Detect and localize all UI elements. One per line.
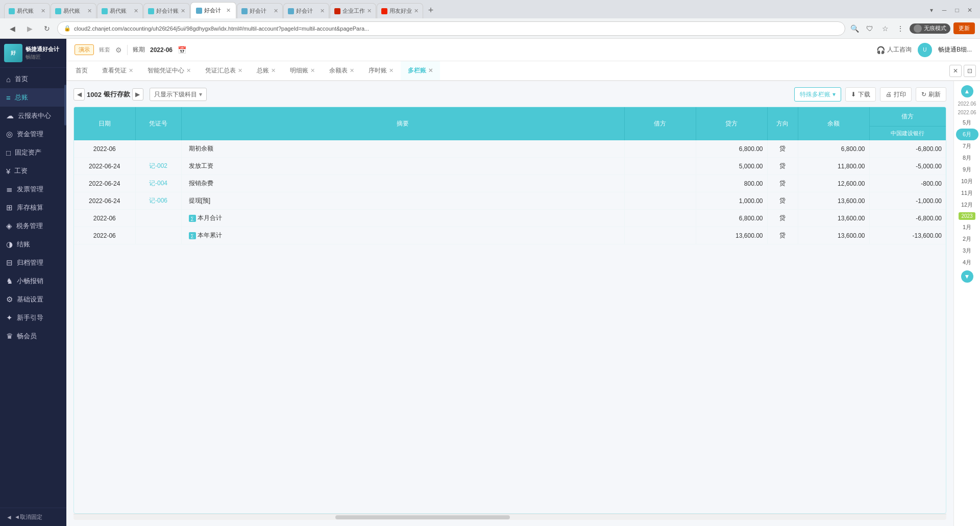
tab-voucher-view-close[interactable]: ✕ xyxy=(129,67,133,74)
tab-6-close[interactable]: ✕ xyxy=(274,8,278,14)
tab-8-close[interactable]: ✕ xyxy=(367,8,372,14)
timeline-month-2[interactable]: 2月 xyxy=(956,233,978,245)
sidebar-item-salary[interactable]: ¥ 工资 xyxy=(0,162,66,180)
cell-voucher[interactable]: 记-004 xyxy=(135,175,181,192)
url-bar[interactable]: 🔒 cloud2.chanjet.com/accounting/uh26t264… xyxy=(57,21,845,36)
timeline-month-8[interactable]: 8月 xyxy=(956,152,978,164)
timeline-month-12[interactable]: 12月 xyxy=(956,199,978,211)
back-btn[interactable]: ◀ xyxy=(5,21,19,36)
sidebar-item-asset[interactable]: □ 固定资产 xyxy=(0,143,66,162)
timeline-nav-up[interactable]: ▲ xyxy=(961,85,973,97)
sidebar-pin-btn[interactable]: ◄ ◄取消固定 xyxy=(0,508,66,526)
sidebar-item-settings[interactable]: ⚙ 基础设置 xyxy=(0,290,66,309)
timeline-month-3[interactable]: 3月 xyxy=(956,245,978,257)
refresh-btn[interactable]: ↻ 刷新 xyxy=(916,87,946,102)
sidebar-item-fund[interactable]: ◎ 资金管理 xyxy=(0,125,66,143)
browser-tab-3[interactable]: 易代账 ✕ xyxy=(97,3,143,18)
tab-smart-voucher[interactable]: 智能凭证中心 ✕ xyxy=(140,61,198,81)
refresh-page-btn[interactable]: ↻ xyxy=(40,21,54,36)
timeline-month-10[interactable]: 10月 xyxy=(956,176,978,187)
tab-multi-col-ledger[interactable]: 多栏账 ✕ xyxy=(401,61,440,81)
tab-detail-ledger-close[interactable]: ✕ xyxy=(310,67,315,74)
filter-select[interactable]: 只显示下级科目 ▾ xyxy=(150,88,207,101)
browser-tab-1[interactable]: 易代账 ✕ xyxy=(4,3,50,18)
sidebar-item-invoice[interactable]: ≣ 发票管理 xyxy=(0,180,66,198)
tab-5-close[interactable]: ✕ xyxy=(226,7,231,14)
maximize-btn[interactable]: □ xyxy=(951,4,963,16)
tab-voucher-summary-close[interactable]: ✕ xyxy=(238,67,242,74)
close-window-btn[interactable]: ✕ xyxy=(964,4,976,16)
tab-voucher-view[interactable]: 查看凭证 ✕ xyxy=(95,61,140,81)
timeline-month-7[interactable]: 7月 xyxy=(956,140,978,152)
browser-tab-7[interactable]: 好会计 ✕ xyxy=(283,3,329,18)
prev-account-btn[interactable]: ◀ xyxy=(74,88,85,101)
browser-tab-5-active[interactable]: 好会计 ✕ xyxy=(190,2,236,18)
sidebar-item-archive[interactable]: ⊟ 归档管理 xyxy=(0,254,66,272)
expand-btn[interactable]: ⊡ xyxy=(964,65,976,77)
shield-icon[interactable]: 🛡 xyxy=(864,22,876,35)
print-btn[interactable]: 🖨 打印 xyxy=(880,87,912,102)
tab-9-close[interactable]: ✕ xyxy=(414,8,419,14)
cell-voucher[interactable]: 记-002 xyxy=(135,158,181,175)
tab-balance-table[interactable]: 余额表 ✕ xyxy=(322,61,361,81)
timeline-nav-down[interactable]: ▼ xyxy=(961,270,973,283)
consult-btn[interactable]: 🎧 人工咨询 xyxy=(876,45,912,54)
download-btn[interactable]: ⬇ 下载 xyxy=(845,87,876,102)
tab-home[interactable]: 首页 xyxy=(68,61,95,81)
tab-general-ledger[interactable]: 总账 ✕ xyxy=(250,61,283,81)
timeline-month-1[interactable]: 1月 xyxy=(956,221,978,233)
tab-2-close[interactable]: ✕ xyxy=(87,8,92,14)
demo-badge[interactable]: 演示 xyxy=(75,44,94,55)
browser-tab-8[interactable]: 企业工作 ✕ xyxy=(330,3,376,18)
user-profile-btn[interactable]: 无痕模式 xyxy=(910,23,950,34)
tab-7-close[interactable]: ✕ xyxy=(320,8,325,14)
sub-toolbar-left: ◀ 1002 银行存款 ▶ 只显示下级科目 ▾ xyxy=(74,88,207,101)
sidebar-item-ledger[interactable]: ≡ 总账 xyxy=(0,88,66,107)
calendar-icon[interactable]: 📅 xyxy=(178,46,186,54)
sidebar-item-report[interactable]: ☁ 云报表中心 xyxy=(0,107,66,125)
browser-tab-6[interactable]: 好会计 ✕ xyxy=(237,3,283,18)
browser-tab-9[interactable]: 用友好业 ✕ xyxy=(377,3,423,18)
forward-btn[interactable]: ▶ xyxy=(22,21,37,36)
tab-sequence-ledger[interactable]: 序时账 ✕ xyxy=(361,61,401,81)
timeline-month-4[interactable]: 4月 xyxy=(956,257,978,268)
sidebar-item-settlement[interactable]: ◑ 结账 xyxy=(0,235,66,254)
browser-tab-4[interactable]: 好会计账 ✕ xyxy=(143,3,190,18)
cell-voucher[interactable]: 记-006 xyxy=(135,192,181,210)
tab-list-btn[interactable]: ▾ xyxy=(925,4,938,16)
browser-tab-2[interactable]: 易代账 ✕ xyxy=(51,3,96,18)
minimize-btn[interactable]: ─ xyxy=(938,4,950,16)
sidebar-item-member[interactable]: ♛ 畅会员 xyxy=(0,327,66,345)
timeline-month-9[interactable]: 9月 xyxy=(956,164,978,176)
new-tab-button[interactable]: + xyxy=(424,3,438,17)
tab-1-close[interactable]: ✕ xyxy=(41,8,45,14)
multi-col-btn[interactable]: 特殊多栏账 ▾ xyxy=(794,87,841,102)
tab-detail-ledger[interactable]: 明细账 ✕ xyxy=(283,61,322,81)
tab-balance-table-close[interactable]: ✕ xyxy=(350,67,354,74)
star-icon[interactable]: ☆ xyxy=(879,22,891,35)
timeline-month-5[interactable]: 5月 xyxy=(956,117,978,129)
sidebar-item-expense[interactable]: ♞ 小畅报销 xyxy=(0,272,66,290)
tab-voucher-summary[interactable]: 凭证汇总表 ✕ xyxy=(198,61,250,81)
tab-general-ledger-close[interactable]: ✕ xyxy=(271,67,276,74)
search-icon[interactable]: 🔍 xyxy=(848,22,861,35)
tab-3-close[interactable]: ✕ xyxy=(134,8,138,14)
sidebar-item-inventory[interactable]: ⊞ 库存核算 xyxy=(0,198,66,217)
next-account-btn[interactable]: ▶ xyxy=(132,88,143,101)
user-avatar[interactable]: U xyxy=(918,43,932,57)
bottom-scrollbar[interactable] xyxy=(74,514,946,520)
sidebar-item-tax[interactable]: ◈ 税务管理 xyxy=(0,217,66,235)
tab-sequence-ledger-close[interactable]: ✕ xyxy=(389,67,394,74)
sidebar-item-guide[interactable]: ✦ 新手引导 xyxy=(0,309,66,327)
browser-menu-btn[interactable]: ⋮ xyxy=(894,22,906,35)
tab-smart-voucher-close[interactable]: ✕ xyxy=(186,67,191,74)
sidebar-item-home[interactable]: ⌂ 首页 xyxy=(0,70,66,88)
timeline-month-11[interactable]: 11月 xyxy=(956,187,978,199)
sidebar-scrollbar[interactable] xyxy=(64,69,66,506)
tab-4-close[interactable]: ✕ xyxy=(181,8,185,14)
update-button[interactable]: 更新 xyxy=(953,22,975,34)
toolbar-settings-icon[interactable]: ⚙ xyxy=(115,46,122,54)
tab-multi-col-ledger-close[interactable]: ✕ xyxy=(428,67,433,74)
collapse-btn[interactable]: ✕ xyxy=(949,65,962,77)
timeline-month-6[interactable]: 6月 xyxy=(956,129,978,140)
